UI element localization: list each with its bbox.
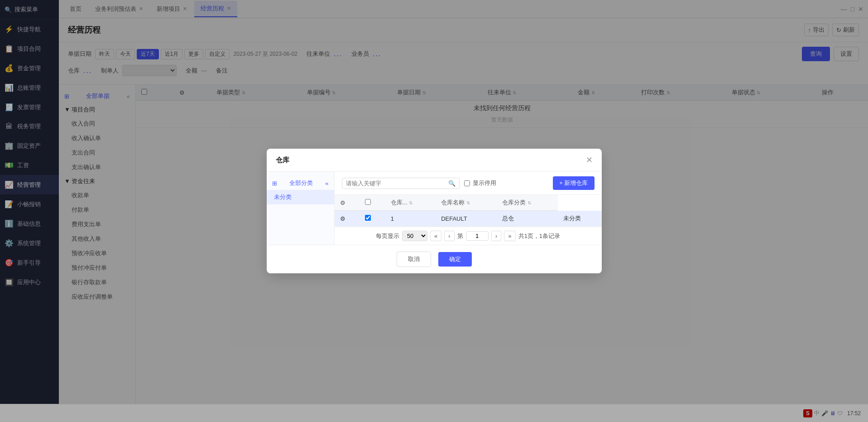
row-name: 总仓 [497, 211, 558, 227]
category-sort-icon: ⇅ [528, 200, 531, 205]
add-warehouse-button[interactable]: + 新增仓库 [553, 176, 594, 190]
modal-th-category[interactable]: 仓库分类 ⇅ [497, 195, 558, 211]
warehouse-row-1[interactable]: ⚙ 1 DEFAULT 总仓 未分类 [335, 211, 602, 227]
modal-search-input[interactable] [346, 180, 446, 187]
row-category: 未分类 [558, 211, 602, 227]
show-disabled-label: 显示停用 [473, 179, 496, 187]
modal-search-icon: 🔍 [448, 180, 456, 187]
modal-per-page-label: 每页显示 [376, 232, 399, 240]
modal-per-page-select[interactable]: 50 100 [402, 231, 427, 241]
modal-th-code[interactable]: 仓库... ⇅ [385, 195, 436, 211]
modal-select-all[interactable] [365, 199, 371, 205]
modal-confirm-button[interactable]: 确定 [438, 252, 472, 267]
row-settings-btn[interactable]: ⚙ [335, 211, 360, 227]
row-checkbox[interactable] [365, 215, 371, 221]
modal-th-settings: ⚙ [335, 195, 360, 211]
modal-total-info: 共1页，1条记录 [518, 232, 560, 240]
all-categories-icon: ⊞ [272, 180, 277, 187]
modal-title: 仓库 [276, 156, 289, 165]
modal-close-button[interactable]: ✕ [586, 155, 593, 165]
row-code: DEFAULT [436, 211, 497, 227]
modal-pagination: 每页显示 50 100 « ‹ 第 › » 共1页，1条记录 [335, 227, 602, 245]
show-disabled-checkbox-label[interactable]: 显示停用 [464, 179, 496, 187]
warehouse-table: ⚙ 仓库... ⇅ 仓库名称 ⇅ 仓库分类 ⇅ ⚙ [335, 195, 602, 227]
modal-next-page-btn[interactable]: › [491, 231, 501, 241]
modal-page-input[interactable] [466, 231, 489, 241]
warehouse-modal: 仓库 ✕ ⊞ 全部分类 « 未分类 [267, 149, 602, 273]
code-sort-icon: ⇅ [409, 200, 412, 205]
modal-overlay: 仓库 ✕ ⊞ 全部分类 « 未分类 [0, 0, 868, 422]
modal-header: 仓库 ✕ [267, 149, 602, 172]
modal-left-all-categories[interactable]: ⊞ 全部分类 « [267, 176, 334, 190]
row-checkbox-cell [360, 211, 385, 227]
modal-th-checkbox [360, 195, 385, 211]
modal-last-page-btn[interactable]: » [504, 231, 515, 241]
modal-prev-page-btn[interactable]: ‹ [444, 231, 454, 241]
modal-table: ⚙ 仓库... ⇅ 仓库名称 ⇅ 仓库分类 ⇅ ⚙ [335, 195, 602, 227]
modal-cancel-button[interactable]: 取消 [397, 252, 431, 267]
modal-right-panel: 🔍 显示停用 + 新增仓库 ⚙ [335, 172, 602, 245]
modal-first-page-btn[interactable]: « [430, 231, 441, 241]
modal-search-box[interactable]: 🔍 [342, 178, 460, 189]
modal-toolbar: 🔍 显示停用 + 新增仓库 [335, 172, 602, 195]
row-settings-icon: ⚙ [340, 215, 345, 222]
modal-th-name[interactable]: 仓库名称 ⇅ [436, 195, 497, 211]
modal-category-unclassified[interactable]: 未分类 [267, 190, 334, 204]
name-sort-icon: ⇅ [466, 200, 470, 205]
modal-left-panel: ⊞ 全部分类 « 未分类 [267, 172, 335, 245]
row-num: 1 [385, 211, 436, 227]
modal-footer: 取消 确定 [267, 245, 602, 273]
unclassified-label: 未分类 [274, 194, 292, 200]
show-disabled-checkbox[interactable] [464, 180, 470, 186]
modal-body: ⊞ 全部分类 « 未分类 🔍 显示停用 [267, 172, 602, 245]
all-categories-label: 全部分类 [289, 179, 313, 187]
modal-page-label: 第 [457, 232, 463, 240]
modal-left-collapse-icon[interactable]: « [325, 180, 328, 187]
